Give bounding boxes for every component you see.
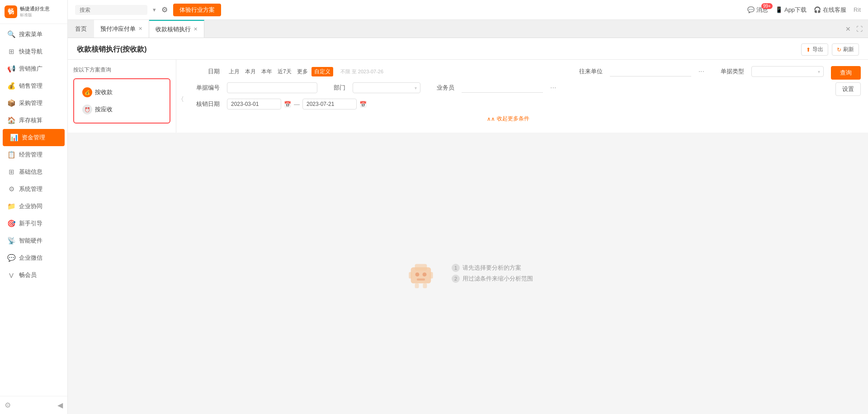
sidebar-item-wechat[interactable]: 💬 企业微信 xyxy=(0,249,67,266)
verify-date-end-cal-icon[interactable]: 📅 xyxy=(359,101,367,108)
app-download-action[interactable]: 📱 App下载 xyxy=(775,6,807,14)
topbar-gear-icon[interactable]: ⚙ xyxy=(161,5,168,14)
svg-rect-5 xyxy=(409,272,412,278)
filter-option-by-receipt[interactable]: 💰 按收款 xyxy=(78,84,166,101)
staff-dots[interactable]: ··· xyxy=(550,84,556,92)
service-icon: 🎧 xyxy=(814,6,821,13)
enterprise-icon: 📁 xyxy=(7,202,15,210)
tab-prepay[interactable]: 预付冲应付单 ✕ xyxy=(94,20,149,38)
counterpart-label: 往来单位 xyxy=(579,67,603,76)
member-icon: V xyxy=(7,271,15,279)
message-action[interactable]: 💬 消息 99+ xyxy=(747,6,768,14)
sidebar-item-search[interactable]: 🔍 搜索菜单 xyxy=(0,26,67,43)
query-button[interactable]: 查询 xyxy=(831,66,861,80)
tab-close-btn[interactable]: ✕ xyxy=(844,24,853,34)
verify-date-separator: — xyxy=(294,101,300,108)
date-tab-custom[interactable]: 自定义 xyxy=(311,67,333,76)
tab-prepay-close[interactable]: ✕ xyxy=(138,26,142,32)
business-icon: 📋 xyxy=(7,151,15,159)
tab-home[interactable]: 首页 xyxy=(68,20,94,38)
sidebar-label-business: 经营管理 xyxy=(19,151,42,159)
logo-icon: 畅 xyxy=(5,5,17,18)
sidebar-item-finance[interactable]: 📊 资金管理 xyxy=(3,129,65,146)
sidebar-label-hardware: 智能硬件 xyxy=(19,237,42,245)
topbar: ▾ ⚙ 体验行业方案 💬 消息 99+ 📱 App下载 🎧 在线客服 Rit xyxy=(68,0,868,20)
collapse-icon: ∧∧ xyxy=(487,116,495,122)
svg-rect-1 xyxy=(415,264,427,271)
filter-receivable-icon: ⏰ xyxy=(82,105,92,114)
date-tab-more[interactable]: 更多 xyxy=(295,67,310,76)
sidebar-label-search: 搜索菜单 xyxy=(19,30,42,38)
date-tab-last-7[interactable]: 近7天 xyxy=(276,67,293,76)
filter-left-panel: 按以下方案查询 💰 按收款 ⏰ 按应收 xyxy=(68,60,176,133)
main-area: ▾ ⚙ 体验行业方案 💬 消息 99+ 📱 App下载 🎧 在线客服 Rit 首… xyxy=(68,0,868,414)
doc-type-select[interactable] xyxy=(751,66,824,77)
collapse-more-btn[interactable]: ∧∧ 收起更多条件 xyxy=(193,111,824,126)
sidebar-item-system[interactable]: ⚙ 系统管理 xyxy=(0,181,67,198)
export-icon: ⬆ xyxy=(806,47,811,53)
tab-receipt-close[interactable]: ✕ xyxy=(193,26,198,32)
sidebar-item-inventory[interactable]: 🏠 库存核算 xyxy=(0,112,67,129)
refresh-button[interactable]: ↻ 刷新 xyxy=(832,43,859,56)
topbar-dropdown-arrow[interactable]: ▾ xyxy=(153,6,156,13)
doc-no-label: 单据编号 xyxy=(193,84,220,92)
sidebar-item-enterprise[interactable]: 📁 企业协同 xyxy=(0,198,67,215)
message-badge: 99+ xyxy=(761,3,773,9)
sidebar-nav: 🔍 搜索菜单 ⊞ 快捷导航 📢 营销推广 💰 销售管理 📦 采购管理 🏠 库存核… xyxy=(0,24,67,396)
user-info[interactable]: Rit xyxy=(854,6,861,13)
sidebar-label-sales: 销售管理 xyxy=(19,82,42,90)
sidebar-item-sales[interactable]: 💰 销售管理 xyxy=(0,77,67,95)
page-title: 收款核销执行(按收款) xyxy=(77,45,147,54)
main-body: 1 请先选择要分析的方案 2 用过滤条件来缩小分析范围 xyxy=(68,133,868,414)
verify-date-group: 📅 — 📅 xyxy=(227,99,367,109)
sidebar: 畅 畅捷通好生意 标准版 🔍 搜索菜单 ⊞ 快捷导航 📢 营销推广 💰 销售管理… xyxy=(0,0,68,414)
online-service-action[interactable]: 🎧 在线客服 xyxy=(814,6,846,14)
counterpart-dots[interactable]: ··· xyxy=(698,67,704,76)
sidebar-item-purchase[interactable]: 📦 采购管理 xyxy=(0,95,67,112)
query-btn-area: 查询 设置 xyxy=(831,60,868,133)
sidebar-item-quick-nav[interactable]: ⊞ 快捷导航 xyxy=(0,43,67,60)
date-tab-this-month[interactable]: 本月 xyxy=(243,67,258,76)
sidebar-item-marketing[interactable]: 📢 营销推广 xyxy=(0,60,67,77)
sidebar-item-hardware[interactable]: 📡 智能硬件 xyxy=(0,232,67,249)
filter-receivable-label: 按应收 xyxy=(95,105,113,114)
tip-text-1: 请先选择要分析的方案 xyxy=(462,264,521,272)
filter-option-by-receivable[interactable]: ⏰ 按应收 xyxy=(78,101,166,118)
tab-receipt[interactable]: 收款核销执行 ✕ xyxy=(149,20,204,38)
sidebar-item-member[interactable]: V 畅会员 xyxy=(0,266,67,284)
dept-select[interactable] xyxy=(353,82,420,93)
hardware-icon: 📡 xyxy=(7,237,15,245)
inventory-icon: 🏠 xyxy=(7,116,15,124)
export-button[interactable]: ⬆ 导出 xyxy=(801,43,828,56)
verify-date-end-input[interactable] xyxy=(302,99,357,109)
basic-info-icon: ⊞ xyxy=(7,168,15,176)
topbar-search-input[interactable] xyxy=(75,5,147,15)
filter-wrapper: 按以下方案查询 💰 按收款 ⏰ 按应收 〈 xyxy=(68,60,868,133)
date-tab-last-month[interactable]: 上月 xyxy=(227,67,241,76)
verify-date-label: 核销日期 xyxy=(193,100,220,108)
purchase-icon: 📦 xyxy=(7,99,15,107)
solution-button[interactable]: 体验行业方案 xyxy=(173,4,221,16)
tip-text-2: 用过滤条件来缩小分析范围 xyxy=(462,275,533,283)
verify-date-start-cal-icon[interactable]: 📅 xyxy=(284,101,291,108)
staff-label: 业务员 xyxy=(437,84,454,92)
empty-tip-row-1: 1 请先选择要分析的方案 xyxy=(452,264,533,272)
empty-tips: 1 请先选择要分析的方案 2 用过滤条件来缩小分析范围 xyxy=(452,264,533,283)
sidebar-label-quick-nav: 快捷导航 xyxy=(19,48,42,56)
svg-rect-7 xyxy=(415,283,419,288)
sidebar-item-business[interactable]: 📋 经营管理 xyxy=(0,146,67,163)
settings-bottom-icon[interactable]: ⚙ xyxy=(5,401,11,409)
collapse-sidebar-icon[interactable]: ◀ xyxy=(57,401,63,409)
tab-expand-btn[interactable]: ⛶ xyxy=(854,24,864,34)
filter-row-3: 核销日期 📅 — 📅 xyxy=(193,99,824,109)
sidebar-item-guide[interactable]: 🎯 新手引导 xyxy=(0,215,67,232)
sidebar-label-purchase: 采购管理 xyxy=(19,99,42,107)
doc-no-input[interactable] xyxy=(227,82,317,93)
sidebar-item-basic-info[interactable]: ⊞ 基础信息 xyxy=(0,163,67,181)
sidebar-label-guide: 新手引导 xyxy=(19,219,42,228)
setting-button[interactable]: 设置 xyxy=(835,82,861,96)
verify-date-start-input[interactable] xyxy=(227,99,281,109)
marketing-icon: 📢 xyxy=(7,65,15,73)
date-tab-this-year[interactable]: 本年 xyxy=(259,67,274,76)
filter-collapse-toggle[interactable]: 〈 xyxy=(176,60,185,133)
